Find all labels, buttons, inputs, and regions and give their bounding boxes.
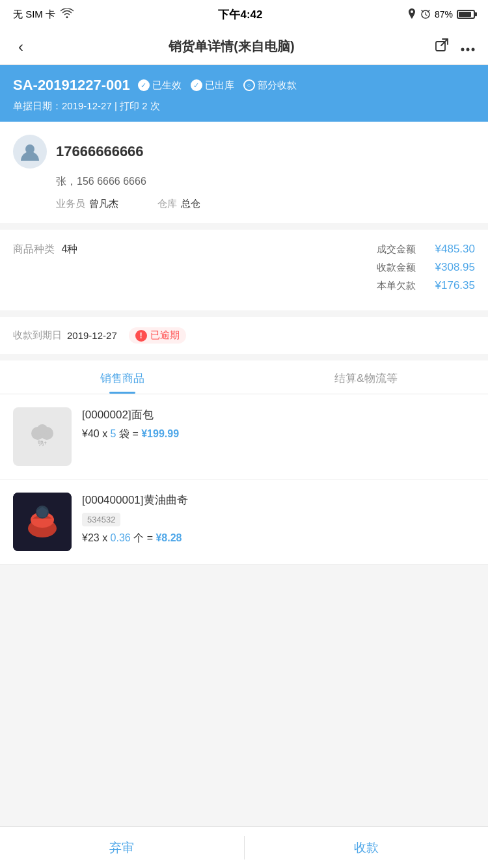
warehouse-info: 仓库 总仓 xyxy=(157,198,200,210)
wifi-icon xyxy=(61,8,74,20)
status-right: 87% xyxy=(407,8,475,21)
status-badges: ✓ 已生效 ✓ 已出库 ○ 部分收款 xyxy=(138,79,297,92)
deal-amount-row: 成交金额 ¥485.30 xyxy=(377,243,475,256)
badge-effective: ✓ 已生效 xyxy=(138,79,182,92)
collect-button[interactable]: 收款 xyxy=(245,827,489,868)
product-thumb-placeholder-1: 鸮+ xyxy=(13,407,72,466)
svg-text:鸮+: 鸮+ xyxy=(38,440,47,446)
deal-amount-label: 成交金额 xyxy=(377,243,416,256)
battery-icon xyxy=(457,10,475,19)
product-types-row: 商品种类 4种 xyxy=(13,243,77,256)
clock-icon: ○ xyxy=(243,79,255,91)
status-bar: 无 SIM 卡 下午4:42 87% xyxy=(0,0,488,29)
badge-partial-payment: ○ 部分收款 xyxy=(243,79,297,92)
overdue-text: 已逾期 xyxy=(150,329,180,342)
summary-right: 成交金额 ¥485.30 收款金额 ¥308.95 本单欠款 ¥176.35 xyxy=(377,243,475,297)
product-tag-cookie: 534532 xyxy=(82,513,120,526)
deal-amount-value: ¥485.30 xyxy=(435,243,475,256)
product-total-cookie: ¥8.28 xyxy=(156,532,182,543)
overdue-badge: ! 已逾期 xyxy=(129,327,186,344)
owed-amount-row: 本单欠款 ¥176.35 xyxy=(377,279,475,292)
salesperson-value: 曾凡杰 xyxy=(89,198,118,210)
status-time: 下午4:42 xyxy=(218,7,262,22)
due-section: 收款到期日 2019-12-27 ! 已逾期 xyxy=(0,317,488,354)
order-header: SA-20191227-001 ✓ 已生效 ✓ 已出库 ○ 部分收款 单据日期：… xyxy=(0,65,488,122)
salesperson-info: 业务员 曾凡杰 xyxy=(56,198,118,210)
tab-settlement[interactable]: 结算&物流等 xyxy=(244,360,488,394)
svg-point-8 xyxy=(37,424,47,435)
order-date-line: 单据日期：2019-12-27 | 打印 2 次 xyxy=(13,100,475,113)
more-icon[interactable] xyxy=(461,38,475,55)
carrier-text: 无 SIM 卡 xyxy=(13,8,55,21)
bottom-bar: 弃审 收款 xyxy=(0,826,488,868)
product-price-bread: ¥40 x 5 袋 = ¥199.99 xyxy=(82,427,475,441)
customer-info: 张，156 6666 6666 xyxy=(13,175,475,189)
product-qty-bread: 5 xyxy=(111,428,116,439)
customer-top: 17666666666 xyxy=(13,135,475,169)
nav-actions xyxy=(435,38,475,56)
product-thumb-bread: 鸮+ xyxy=(13,407,72,466)
product-info-bread: [0000002]面包 ¥40 x 5 袋 = ¥199.99 xyxy=(82,407,475,441)
warehouse-value: 总仓 xyxy=(181,198,200,210)
customer-section: 17666666666 张，156 6666 6666 业务员 曾凡杰 仓库 总… xyxy=(0,122,488,223)
reject-button[interactable]: 弃审 xyxy=(0,827,244,868)
svg-point-2 xyxy=(461,47,465,51)
received-value: ¥308.95 xyxy=(435,261,475,274)
product-total-bread: ¥199.99 xyxy=(141,428,179,439)
due-date: 2019-12-27 xyxy=(67,330,117,341)
nav-bar: ‹ 销货单详情(来自电脑) xyxy=(0,29,488,65)
owed-label: 本单欠款 xyxy=(377,280,416,292)
product-types-count: 4种 xyxy=(61,243,77,254)
status-left: 无 SIM 卡 xyxy=(13,8,74,21)
avatar xyxy=(13,135,47,169)
overdue-icon: ! xyxy=(135,330,147,342)
warehouse-label: 仓库 xyxy=(157,198,177,210)
order-id: SA-20191227-001 xyxy=(13,77,130,94)
product-name-cookie: [000400001]黄油曲奇 xyxy=(82,493,475,508)
product-types-label: 商品种类 xyxy=(13,243,55,254)
nav-title: 销货单详情(来自电脑) xyxy=(29,38,435,55)
product-thumb-cookie xyxy=(13,493,72,551)
customer-name: 17666666666 xyxy=(56,143,144,160)
svg-point-3 xyxy=(467,47,470,51)
owed-value: ¥176.35 xyxy=(435,279,475,292)
alarm-icon xyxy=(420,8,431,21)
summary-section: 商品种类 4种 成交金额 ¥485.30 收款金额 ¥308.95 本单欠款 ¥… xyxy=(0,230,488,310)
check-icon-2: ✓ xyxy=(191,79,202,91)
tabs-container: 销售商品 结算&物流等 xyxy=(0,360,488,394)
product-item-bread: 鸮+ [0000002]面包 ¥40 x 5 袋 = ¥199.99 xyxy=(0,394,488,480)
customer-meta: 业务员 曾凡杰 仓库 总仓 xyxy=(13,198,475,210)
back-button[interactable]: ‹ xyxy=(13,33,29,61)
product-price-cookie: ¥23 x 0.36 个 = ¥8.28 xyxy=(82,532,475,545)
share-icon[interactable] xyxy=(435,38,449,56)
check-icon-1: ✓ xyxy=(138,79,150,91)
products-section: 鸮+ [0000002]面包 ¥40 x 5 袋 = ¥199.99 xyxy=(0,394,488,565)
product-item-cookie: [000400001]黄油曲奇 534532 ¥23 x 0.36 个 = ¥8… xyxy=(0,480,488,565)
summary-left: 商品种类 4种 xyxy=(13,243,77,256)
due-label: 收款到期日 xyxy=(13,329,62,342)
battery-percent: 87% xyxy=(435,9,453,20)
product-info-cookie: [000400001]黄油曲奇 534532 ¥23 x 0.36 个 = ¥8… xyxy=(82,493,475,545)
location-icon xyxy=(407,8,416,21)
salesperson-label: 业务员 xyxy=(56,198,85,210)
badge-shipped: ✓ 已出库 xyxy=(191,79,234,92)
received-amount-row: 收款金额 ¥308.95 xyxy=(377,261,475,274)
svg-point-4 xyxy=(472,47,475,51)
tab-products[interactable]: 销售商品 xyxy=(0,360,244,394)
product-qty-cookie: 0.36 xyxy=(111,532,131,543)
product-name-bread: [0000002]面包 xyxy=(82,407,475,422)
received-label: 收款金额 xyxy=(377,262,416,274)
